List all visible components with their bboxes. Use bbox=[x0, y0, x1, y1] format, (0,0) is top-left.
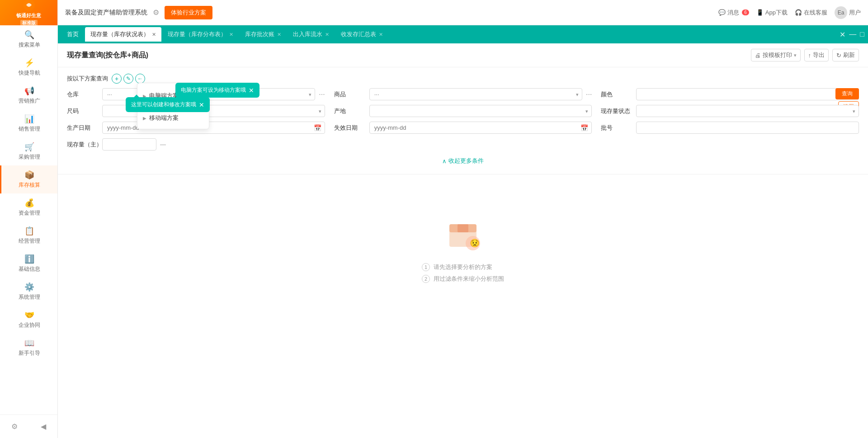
tab-close-inventory-distribution[interactable]: ✕ bbox=[229, 32, 233, 38]
sidebar-item-inventory[interactable]: 📦 库存核算 bbox=[0, 165, 57, 193]
sidebar-item-finance[interactable]: 💰 资金管理 bbox=[0, 193, 57, 221]
sidebar-item-marketing[interactable]: 📢 营销推广 bbox=[0, 81, 57, 109]
goods-input[interactable] bbox=[369, 88, 582, 100]
sidebar-item-purchase[interactable]: 🛒 采购管理 bbox=[0, 137, 57, 165]
tab-io-flow-label: 出入库流水 bbox=[293, 30, 322, 38]
goods-select-wrap bbox=[369, 88, 582, 100]
add-scheme-btn[interactable]: + bbox=[112, 74, 122, 84]
origin-label: 产地 bbox=[334, 107, 366, 115]
tab-inventory-distribution-label: 现存量（库存分布表） bbox=[168, 30, 226, 38]
print-icon: 🖨 bbox=[755, 52, 761, 59]
collapse-filter-btn[interactable]: ∧ 收起更多条件 bbox=[67, 154, 859, 168]
stock-status-select[interactable] bbox=[636, 105, 859, 117]
tab-receive-send[interactable]: 收发存汇总表 ✕ bbox=[335, 27, 388, 42]
tab-close-batch-account[interactable]: ✕ bbox=[277, 32, 281, 38]
print-template-btn[interactable]: 🖨 按模板打印 ▾ bbox=[751, 49, 801, 61]
message-badge: 6 bbox=[742, 9, 749, 15]
empty-tip-1: 1 请先选择要分析的方案 bbox=[422, 263, 504, 271]
goods-more-btn[interactable]: ··· bbox=[586, 90, 592, 99]
tab-home[interactable]: 首页 bbox=[61, 27, 84, 42]
empty-tip-2: 2 用过滤条件来缩小分析范围 bbox=[422, 275, 504, 283]
color-select-wrap bbox=[636, 88, 859, 100]
chevron-right-icon-2: ▶ bbox=[143, 116, 146, 121]
tab-close-receive-send[interactable]: ✕ bbox=[379, 32, 383, 38]
tab-minimize-btn[interactable]: — bbox=[849, 30, 856, 39]
sidebar-item-basic-info[interactable]: ℹ️ 基础信息 bbox=[0, 250, 57, 278]
sidebar-item-newbie[interactable]: 📖 新手引导 bbox=[0, 334, 57, 362]
message-action[interactable]: 💬 消息 6 bbox=[718, 9, 749, 17]
batch-input[interactable] bbox=[636, 122, 859, 134]
tooltip2-close-btn[interactable]: ✕ bbox=[199, 102, 204, 108]
sidebar-item-sales[interactable]: 📊 销售管理 bbox=[0, 109, 57, 137]
sidebar-item-enterprise[interactable]: 🤝 企业协同 bbox=[0, 306, 57, 334]
sidebar-nav: 🔍 搜索菜单 ⚡ 快捷导航 📢 营销推广 📊 销售管理 🛒 采购管理 📦 库存核… bbox=[0, 25, 57, 414]
industry-btn[interactable]: 体验行业方案 bbox=[165, 6, 212, 19]
sales-icon: 📊 bbox=[24, 114, 34, 124]
quick-nav-icon: ⚡ bbox=[24, 58, 34, 68]
tooltip2-text: 这里可以创建和修改方案哦 bbox=[131, 101, 196, 108]
system-icon: ⚙️ bbox=[24, 282, 34, 292]
sidebar-item-quick-nav[interactable]: ⚡ 快捷导航 bbox=[0, 53, 57, 81]
production-date-input[interactable] bbox=[102, 122, 325, 134]
stock-qty-label: 现存量（主） bbox=[67, 141, 99, 149]
filter-header: 按以下方案查询 + ✎ ← 电脑方案可设为移动方案哦 ✕ ▶ bbox=[67, 74, 859, 84]
tooltip1-close-btn[interactable]: ✕ bbox=[249, 87, 254, 94]
edit-scheme-btn[interactable]: ✎ bbox=[123, 74, 133, 84]
export-btn[interactable]: ↑ 导出 bbox=[804, 49, 829, 61]
origin-select-wrap bbox=[369, 105, 592, 117]
color-select[interactable] bbox=[636, 88, 859, 100]
qty-dash: — bbox=[160, 141, 166, 148]
tab-io-flow[interactable]: 出入库流水 ✕ bbox=[288, 27, 335, 42]
expiry-date-input[interactable] bbox=[369, 122, 592, 134]
color-filter: 颜色 查询 设置 bbox=[601, 88, 859, 100]
header-left: 装备及固定资产辅助管理系统 ⚙ 体验行业方案 bbox=[65, 6, 212, 19]
online-support-action[interactable]: 🎧 在线客服 bbox=[795, 9, 827, 17]
tab-close-inventory-status[interactable]: ✕ bbox=[152, 32, 156, 38]
tab-close-io-flow[interactable]: ✕ bbox=[325, 32, 329, 38]
content-area: 现存量查询(按仓库+商品) 🖨 按模板打印 ▾ ↑ 导出 ↻ 刷新 bbox=[58, 43, 868, 438]
tab-receive-send-label: 收发存汇总表 bbox=[341, 30, 376, 38]
tooltip-create-scheme: 这里可以创建和修改方案哦 ✕ bbox=[126, 97, 210, 112]
tab-close-all-btn[interactable]: ✕ bbox=[840, 30, 845, 39]
message-label: 消息 bbox=[727, 9, 739, 17]
settings-gear-icon[interactable]: ⚙ bbox=[153, 8, 159, 17]
export-icon: ↑ bbox=[808, 52, 811, 59]
logo-title: 畅通好生意 bbox=[16, 12, 41, 19]
search-btn[interactable]: 查询 bbox=[835, 88, 859, 99]
sidebar-item-system[interactable]: ⚙️ 系统管理 bbox=[0, 278, 57, 306]
mobile-scheme-label: 移动端方案 bbox=[149, 114, 179, 122]
enterprise-icon: 🤝 bbox=[24, 310, 34, 320]
origin-select[interactable] bbox=[369, 105, 592, 117]
warehouse-more-btn[interactable]: ··· bbox=[319, 90, 325, 99]
tab-batch-account[interactable]: 库存批次账 ✕ bbox=[240, 27, 287, 42]
svg-rect-3 bbox=[458, 224, 468, 232]
tab-inventory-distribution[interactable]: 现存量（库存分布表） ✕ bbox=[162, 27, 239, 42]
expiry-date-filter: 失效日期 📅 bbox=[334, 122, 592, 134]
top-header: 装备及固定资产辅助管理系统 ⚙ 体验行业方案 💬 消息 6 📱 App下载 🎧 … bbox=[58, 0, 868, 25]
empty-tip-2-text: 用过滤条件来缩小分析范围 bbox=[434, 275, 504, 283]
refresh-label: 刷新 bbox=[843, 51, 855, 59]
tab-maximize-btn[interactable]: □ bbox=[860, 30, 864, 39]
step-1-num: 1 bbox=[422, 263, 430, 271]
operations-icon: 📋 bbox=[24, 226, 34, 236]
sidebar-item-search-menu[interactable]: 🔍 搜索菜单 bbox=[0, 25, 57, 53]
tab-inventory-status[interactable]: 现存量（库存状况表） ✕ bbox=[85, 27, 161, 42]
sidebar-item-operations[interactable]: 📋 经营管理 bbox=[0, 221, 57, 250]
user-action[interactable]: Ea 用户 bbox=[835, 6, 861, 19]
marketing-icon: 📢 bbox=[24, 86, 34, 96]
collapse-sidebar-btn[interactable]: ◀ bbox=[37, 420, 50, 433]
tab-bar: 首页 现存量（库存状况表） ✕ 现存量（库存分布表） ✕ 库存批次账 ✕ 出入库… bbox=[58, 25, 868, 43]
basic-info-icon: ℹ️ bbox=[24, 254, 34, 264]
back-scheme-btn[interactable]: ← bbox=[135, 74, 145, 84]
chevron-up-icon: ∧ bbox=[442, 158, 447, 165]
settings-bottom-btn[interactable]: ⚙ bbox=[8, 420, 21, 433]
mobile-scheme-row[interactable]: ▶ 移动端方案 bbox=[143, 113, 203, 123]
refresh-btn[interactable]: ↻ 刷新 bbox=[832, 49, 859, 61]
sidebar-item-label: 系统管理 bbox=[19, 293, 40, 301]
stock-qty-min-input[interactable] bbox=[102, 138, 156, 151]
app-download-label: App下载 bbox=[765, 9, 788, 17]
user-label: 用户 bbox=[849, 9, 861, 17]
empty-tip-1-text: 请先选择要分析的方案 bbox=[434, 263, 492, 271]
stock-status-filter: 现存量状态 bbox=[601, 105, 859, 117]
app-download-action[interactable]: 📱 App下载 bbox=[756, 9, 788, 17]
